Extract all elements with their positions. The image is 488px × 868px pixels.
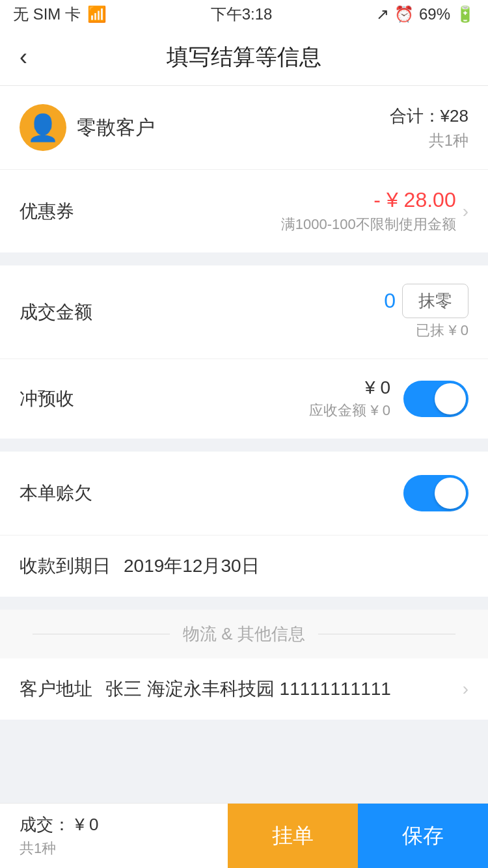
address-row[interactable]: 客户地址 张三 海淀永丰科技园 11111111111 ›: [0, 658, 488, 720]
total-count: 共1种: [390, 130, 468, 151]
bottom-transaction: 成交： ¥ 0: [20, 813, 208, 836]
prepay-sub: 应收金额 ¥ 0: [309, 401, 390, 420]
prepay-row: 冲预收 ¥ 0 应收金额 ¥ 0: [0, 359, 488, 439]
coupon-amount: - ¥ 28.00: [281, 188, 456, 212]
transaction-amount-row: 成交金额 抹零 已抹 ¥ 0: [0, 265, 488, 359]
hold-button[interactable]: 挂单: [228, 804, 358, 869]
customer-total: 合计：¥28 共1种: [390, 105, 468, 151]
round-zero-button[interactable]: 抹零: [402, 284, 468, 318]
bottom-transaction-label: 成交：: [20, 815, 70, 834]
toggle-knob: [435, 383, 466, 414]
duedate-label: 收款到期日: [20, 554, 111, 578]
customer-section: 👤 零散客户 合计：¥28 共1种 优惠券 - ¥ 28.00 满1000-10…: [0, 86, 488, 252]
battery-label: 69%: [419, 5, 450, 23]
coupon-label: 优惠券: [20, 199, 74, 224]
customer-row: 👤 零散客户 合计：¥28 共1种: [0, 86, 488, 169]
nav-bar: ‹ 填写结算等信息: [0, 29, 488, 86]
save-button[interactable]: 保存: [358, 804, 488, 869]
prepay-toggle[interactable]: [403, 381, 468, 417]
wifi-icon: 📶: [87, 5, 107, 23]
logistics-header: 物流 & 其他信息: [0, 610, 488, 658]
location-icon: ↗: [376, 5, 389, 23]
bottom-transaction-value: ¥ 0: [75, 815, 98, 834]
divider-right: [318, 634, 455, 634]
total-label: 合计：¥28: [390, 105, 468, 128]
credit-label: 本单赊欠: [20, 481, 92, 506]
logistics-title: 物流 & 其他信息: [183, 623, 305, 645]
coupon-amount-wrap: - ¥ 28.00 满1000-100不限制使用金额: [281, 188, 456, 234]
address-label: 客户地址: [20, 677, 92, 701]
prepay-amount-wrap: ¥ 0 应收金额 ¥ 0: [309, 377, 390, 420]
credit-toggle[interactable]: [403, 475, 468, 511]
address-section: 客户地址 张三 海淀永丰科技园 11111111111 ›: [0, 658, 488, 720]
avatar-icon: 👤: [27, 113, 59, 143]
status-left: 无 SIM 卡 📶: [13, 4, 107, 25]
credit-section: 本单赊欠 收款到期日 2019年12月30日: [0, 452, 488, 597]
status-bar: 无 SIM 卡 📶 下午3:18 ↗ ⏰ 69% 🔋: [0, 0, 488, 29]
bottom-spacer: [0, 720, 488, 791]
avatar: 👤: [20, 104, 66, 151]
prepay-label: 冲预收: [20, 387, 74, 411]
duedate-value: 2019年12月30日: [124, 554, 260, 578]
sim-status: 无 SIM 卡: [13, 4, 81, 25]
transaction-input[interactable]: [344, 289, 396, 313]
address-value: 张三 海淀永丰科技园 11111111111: [105, 677, 463, 701]
coupon-row[interactable]: 优惠券 - ¥ 28.00 满1000-100不限制使用金额 ›: [0, 169, 488, 252]
bottom-info: 成交： ¥ 0 共1种: [0, 813, 228, 858]
status-time: 下午3:18: [211, 4, 273, 25]
transaction-amount-wrap: 抹零 已抹 ¥ 0: [344, 284, 468, 340]
duedate-row: 收款到期日 2019年12月30日: [0, 535, 488, 597]
bottom-bar: 成交： ¥ 0 共1种 挂单 保存: [0, 803, 488, 868]
transaction-right: 抹零 已抹 ¥ 0: [344, 284, 468, 340]
transaction-label: 成交金额: [20, 300, 92, 325]
customer-left: 👤 零散客户: [20, 104, 155, 151]
battery-icon: 🔋: [455, 5, 475, 23]
credit-toggle-knob: [435, 478, 466, 509]
prepay-right: ¥ 0 应收金额 ¥ 0: [309, 377, 468, 420]
status-right: ↗ ⏰ 69% 🔋: [376, 5, 475, 23]
page-title: 填写结算等信息: [167, 42, 321, 72]
address-chevron-icon: ›: [463, 679, 468, 699]
prepay-amount: ¥ 0: [309, 377, 390, 398]
coupon-description: 满1000-100不限制使用金额: [281, 215, 456, 234]
customer-name: 零散客户: [77, 115, 155, 141]
credit-row: 本单赊欠: [0, 452, 488, 535]
coupon-right: - ¥ 28.00 满1000-100不限制使用金额 ›: [281, 188, 468, 234]
back-button[interactable]: ‹: [20, 44, 27, 71]
transaction-sub: 已抹 ¥ 0: [344, 321, 468, 340]
bottom-count: 共1种: [20, 839, 208, 858]
chevron-right-icon: ›: [463, 201, 468, 222]
transaction-section: 成交金额 抹零 已抹 ¥ 0 冲预收 ¥ 0 应收金额 ¥ 0: [0, 265, 488, 439]
divider-left: [33, 634, 170, 634]
alarm-icon: ⏰: [394, 5, 414, 23]
